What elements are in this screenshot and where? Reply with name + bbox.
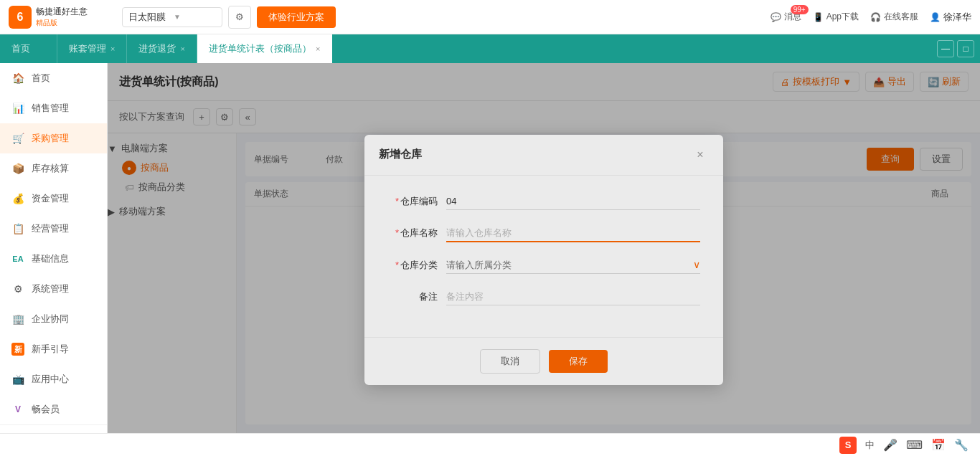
- tab-purchase-return[interactable]: 进货退货 ×: [127, 34, 197, 63]
- sidebar-item-member[interactable]: V 畅会员: [0, 394, 107, 424]
- content-area: 进货单统计(按商品) 🖨 按模板打印 ▼ 📤 导出 🔄 刷新 按以下方案查: [108, 63, 980, 456]
- sidebar-item-sales[interactable]: 📊 销售管理: [0, 93, 107, 123]
- app-icon: 📱: [813, 12, 824, 22]
- tab-account-label: 账套管理: [69, 42, 106, 55]
- sidebar-item-finance[interactable]: 💰 资金管理: [0, 184, 107, 214]
- user-name: 徐泽华: [943, 11, 971, 24]
- add-warehouse-modal: 新增仓库 × 仓库编码 仓库名称: [364, 135, 723, 385]
- sidebar-item-member-label: 畅会员: [32, 403, 60, 416]
- message-button[interactable]: 💬 消息 99+: [771, 11, 801, 23]
- header-right: 💬 消息 99+ 📱 App下载 🎧 在线客服 👤 徐泽华: [771, 11, 971, 24]
- trial-button[interactable]: 体验行业方案: [257, 6, 336, 28]
- tab-bar: 首页 账套管理 × 进货退货 × 进货单统计表（按商品） × — □: [0, 34, 980, 63]
- maximize-button[interactable]: □: [957, 40, 974, 57]
- purchase-icon: 🛒: [11, 132, 24, 145]
- system-icon: ⚙: [11, 282, 24, 295]
- sidebar-item-enterprise-label: 企业协同: [32, 313, 69, 326]
- microphone-icon[interactable]: 🎤: [883, 438, 897, 452]
- apps-icon: 📺: [11, 373, 24, 386]
- tab-window-controls: — □: [931, 34, 980, 63]
- sougou-icon: S: [839, 437, 857, 454]
- category-label: 仓库分类: [387, 259, 438, 272]
- bottom-status-bar: S 中 🎤 ⌨ 📅 🔧: [0, 433, 980, 456]
- sales-icon: 📊: [11, 102, 24, 115]
- code-label: 仓库编码: [387, 195, 438, 208]
- enterprise-icon: 🏢: [11, 313, 24, 326]
- name-input[interactable]: [446, 224, 700, 242]
- form-row-note: 备注: [387, 288, 700, 305]
- top-header: 6 畅捷通好生意 精品版 日太阳膜 ▼ ⚙ 体验行业方案 💬 消息 99+ 📱 …: [0, 0, 980, 34]
- minimize-button[interactable]: —: [937, 40, 954, 57]
- tab-purchase-return-close[interactable]: ×: [180, 44, 184, 53]
- tab-home[interactable]: 首页: [0, 34, 57, 63]
- base-icon: EA: [11, 252, 24, 265]
- settings-gear-button[interactable]: ⚙: [228, 6, 251, 29]
- sidebar-item-sales-label: 销售管理: [32, 102, 69, 115]
- customer-service-button[interactable]: 🎧 在线客服: [870, 11, 918, 23]
- tab-purchase-stats[interactable]: 进货单统计表（按商品） ×: [197, 34, 332, 63]
- note-input[interactable]: [446, 288, 700, 305]
- store-name: 日太阳膜: [128, 11, 171, 24]
- brand-text: 畅捷通好生意 精品版: [36, 6, 88, 27]
- gear-icon: ⚙: [235, 11, 244, 22]
- guide-icon: 新: [11, 343, 24, 356]
- name-label: 仓库名称: [387, 227, 438, 239]
- user-profile-button[interactable]: 👤 徐泽华: [930, 11, 971, 24]
- sidebar-item-guide-label: 新手引导: [32, 343, 69, 356]
- app-logo: 6: [9, 6, 32, 29]
- message-icon: 💬: [771, 12, 781, 22]
- sidebar-item-purchase-label: 采购管理: [32, 132, 69, 145]
- modal-backdrop: 新增仓库 × 仓库编码 仓库名称: [108, 63, 980, 456]
- code-input[interactable]: [446, 193, 700, 210]
- note-label: 备注: [387, 290, 438, 303]
- service-icon: 🎧: [870, 12, 881, 22]
- app-download-button[interactable]: 📱 App下载: [813, 11, 859, 23]
- store-dropdown-arrow: ▼: [174, 13, 216, 21]
- sidebar-item-base[interactable]: EA 基础信息: [0, 244, 107, 274]
- keyboard-icon[interactable]: ⌨: [906, 438, 923, 452]
- sidebar-item-guide[interactable]: 新 新手引导: [0, 334, 107, 364]
- message-badge: 99+: [791, 5, 809, 14]
- sidebar-item-purchase[interactable]: 🛒 采购管理: [0, 123, 107, 153]
- modal-body: 仓库编码 仓库名称 仓库分类 ∨: [364, 176, 723, 337]
- sidebar-item-apps[interactable]: 📺 应用中心: [0, 364, 107, 394]
- category-input[interactable]: [446, 257, 693, 273]
- sidebar-item-finance-label: 资金管理: [32, 192, 69, 205]
- category-select-wrapper: ∨: [446, 257, 700, 274]
- save-button[interactable]: 保存: [549, 350, 608, 373]
- modal-header: 新增仓库 ×: [364, 135, 723, 176]
- sidebar-item-inventory[interactable]: 📦 库存核算: [0, 153, 107, 184]
- sidebar-item-apps-label: 应用中心: [32, 373, 69, 386]
- modal-close-button[interactable]: ×: [692, 146, 709, 163]
- calendar-icon[interactable]: 📅: [931, 438, 946, 452]
- member-icon: V: [11, 403, 24, 416]
- tools-icon[interactable]: 🔧: [954, 438, 969, 452]
- tab-purchase-stats-label: 进货单统计表（按商品）: [209, 42, 311, 55]
- operation-icon: 📋: [11, 222, 24, 235]
- tab-account-close[interactable]: ×: [110, 44, 115, 53]
- app-label: App下载: [826, 11, 859, 23]
- chinese-input-label: 中: [865, 439, 875, 452]
- sidebar-item-inventory-label: 库存核算: [32, 162, 69, 175]
- logo-area: 6 畅捷通好生意 精品版: [9, 6, 116, 29]
- main-layout: 🏠 首页 📊 销售管理 🛒 采购管理 📦 库存核算 💰 资金管理 📋 经营管理 …: [0, 63, 980, 456]
- store-selector[interactable]: 日太阳膜 ▼: [122, 7, 222, 27]
- sidebar-item-system-label: 系统管理: [32, 282, 69, 295]
- sidebar-item-operation[interactable]: 📋 经营管理: [0, 214, 107, 244]
- tab-home-label: 首页: [11, 42, 30, 55]
- tab-purchase-stats-close[interactable]: ×: [316, 44, 320, 53]
- form-row-code: 仓库编码: [387, 193, 700, 210]
- sidebar-item-system[interactable]: ⚙ 系统管理: [0, 274, 107, 304]
- sidebar-item-home[interactable]: 🏠 首页: [0, 63, 107, 93]
- sidebar-item-enterprise[interactable]: 🏢 企业协同: [0, 304, 107, 334]
- tab-purchase-return-label: 进货退货: [138, 42, 176, 55]
- sidebar-item-home-label: 首页: [32, 72, 50, 85]
- sidebar-item-operation-label: 经营管理: [32, 222, 69, 235]
- tab-account[interactable]: 账套管理 ×: [57, 34, 127, 63]
- user-avatar-icon: 👤: [930, 12, 941, 22]
- home-icon: 🏠: [11, 72, 24, 85]
- form-row-name: 仓库名称: [387, 224, 700, 242]
- category-dropdown-arrow[interactable]: ∨: [693, 259, 700, 270]
- cancel-button[interactable]: 取消: [480, 349, 540, 374]
- service-label: 在线客服: [884, 11, 918, 23]
